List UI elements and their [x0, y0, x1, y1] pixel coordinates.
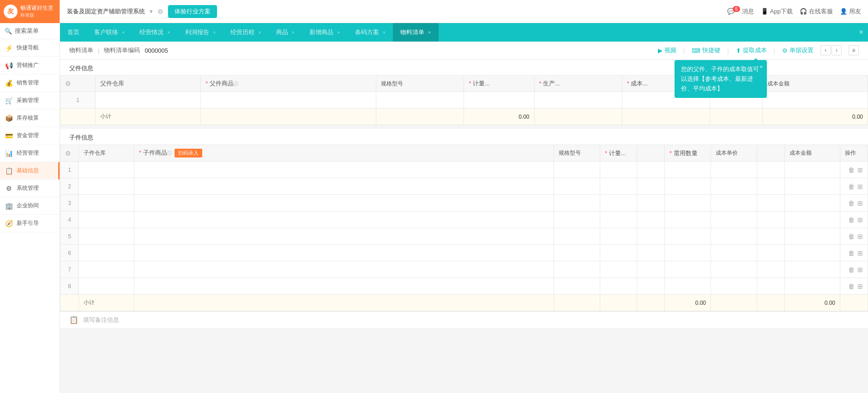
child-row-8-qty[interactable]	[665, 278, 711, 295]
footer-hint[interactable]: 填写备注信息	[83, 316, 119, 324]
tab-history[interactable]: 经营历程 ×	[223, 23, 268, 42]
child-row-5-product[interactable]	[134, 228, 554, 245]
child-row-3-spec[interactable]	[554, 195, 600, 212]
child-row-5-copy-icon[interactable]: ⊞	[857, 233, 863, 240]
child-settings-icon[interactable]: ⚙	[65, 150, 71, 157]
tab-profit[interactable]: 利润报告 ×	[178, 23, 223, 42]
sidebar-item-purchase[interactable]: 🛒 采购管理	[0, 92, 60, 109]
child-row-1-price[interactable]	[711, 162, 757, 178]
child-row-2-qty[interactable]	[665, 178, 711, 195]
parent-row-1-warehouse[interactable]	[96, 92, 201, 109]
message-btn[interactable]: 💬 6 消息	[727, 7, 754, 16]
scan-input-btn[interactable]: 扫码录入	[175, 149, 202, 157]
child-row-7-qty[interactable]	[665, 261, 711, 278]
child-row-3-copy-icon[interactable]: ⊞	[857, 200, 863, 207]
child-row-8-unit[interactable]	[600, 278, 637, 295]
child-row-1-copy-icon[interactable]: ⊞	[857, 166, 863, 174]
parent-settings-icon[interactable]: ⚙	[65, 80, 71, 87]
try-button[interactable]: 体验行业方案	[168, 5, 217, 18]
tab-more-icon[interactable]: ×	[859, 28, 863, 36]
app-download-btn[interactable]: 📱 App下载	[761, 7, 793, 16]
child-row-4-product[interactable]	[134, 212, 554, 228]
sidebar-item-sales[interactable]: 💰 销售管理	[0, 74, 60, 92]
child-row-7-warehouse[interactable]	[79, 261, 134, 278]
child-row-8-delete-icon[interactable]: 🗑	[848, 283, 855, 290]
tab-customer-close[interactable]: ×	[122, 30, 125, 35]
child-row-3-unit[interactable]	[600, 195, 637, 212]
child-row-5-price[interactable]	[711, 228, 757, 245]
sidebar-item-inventory[interactable]: 📦 库存核算	[0, 109, 60, 127]
child-row-5-unit[interactable]	[600, 228, 637, 245]
tab-operation[interactable]: 经营情况 ×	[132, 23, 177, 42]
sidebar-item-basic-info[interactable]: 📋 基础信息	[0, 162, 60, 180]
child-row-1-qty[interactable]	[665, 162, 711, 178]
child-row-5-delete-icon[interactable]: 🗑	[848, 233, 855, 240]
child-row-3-product[interactable]	[134, 195, 554, 212]
child-row-6-unit[interactable]	[600, 245, 637, 261]
child-row-7-price[interactable]	[711, 261, 757, 278]
view-toggle[interactable]: ≡	[849, 45, 859, 55]
child-row-2-spec[interactable]	[554, 178, 600, 195]
sidebar-item-operation-mgmt[interactable]: 📊 经营管理	[0, 145, 60, 162]
child-row-8-product[interactable]	[134, 278, 554, 295]
child-row-5-spec[interactable]	[554, 228, 600, 245]
tab-barcode[interactable]: 条码方案 ×	[348, 23, 393, 42]
child-row-7-unit[interactable]	[600, 261, 637, 278]
child-row-4-delete-icon[interactable]: 🗑	[848, 216, 855, 224]
parent-row-1-spec[interactable]	[376, 92, 464, 109]
child-row-1-spec[interactable]	[554, 162, 600, 178]
child-row-7-product[interactable]	[134, 261, 554, 278]
child-row-8-copy-icon[interactable]: ⊞	[857, 283, 863, 290]
child-row-3-warehouse[interactable]	[79, 195, 134, 212]
child-row-8-price[interactable]	[711, 278, 757, 295]
tab-goods[interactable]: 商品 ×	[269, 23, 302, 42]
child-row-1-delete-icon[interactable]: 🗑	[848, 166, 855, 174]
sidebar-item-marketing[interactable]: 📢 营销推广	[0, 57, 60, 74]
child-row-7-copy-icon[interactable]: ⊞	[857, 266, 863, 273]
tab-new-goods[interactable]: 新增商品 ×	[302, 23, 347, 42]
tab-profit-close[interactable]: ×	[213, 30, 216, 35]
child-row-2-price[interactable]	[711, 178, 757, 195]
child-row-6-delete-icon[interactable]: 🗑	[848, 249, 855, 257]
child-row-2-product[interactable]	[134, 178, 554, 195]
sidebar-search[interactable]: 🔍 搜索菜单	[0, 23, 60, 39]
single-settings-btn[interactable]: ⚙ 单据设置	[782, 46, 814, 54]
child-row-4-copy-icon[interactable]: ⊞	[857, 216, 863, 224]
tab-new-goods-close[interactable]: ×	[337, 30, 340, 35]
child-row-3-price[interactable]	[711, 195, 757, 212]
child-row-6-price[interactable]	[711, 245, 757, 261]
tab-bom[interactable]: 物料清单 ×	[393, 23, 438, 42]
prev-btn[interactable]: ‹	[820, 45, 831, 55]
user-menu[interactable]: 👤 用友	[840, 7, 861, 16]
sidebar-item-guide[interactable]: 🧭 新手引导	[0, 215, 60, 232]
child-row-6-copy-icon[interactable]: ⊞	[857, 249, 863, 257]
sidebar-item-quick-nav[interactable]: ⚡ 快捷导航	[0, 39, 60, 57]
child-row-3-qty[interactable]	[665, 195, 711, 212]
view-btn[interactable]: ▶ 视频	[658, 46, 676, 54]
child-row-1-product[interactable]	[134, 162, 554, 178]
tab-home[interactable]: 首页	[60, 23, 87, 42]
child-row-5-qty[interactable]	[665, 228, 711, 245]
tooltip-close-btn[interactable]: ×	[760, 62, 763, 72]
child-row-1-unit[interactable]	[600, 162, 637, 178]
child-row-2-unit[interactable]	[600, 178, 637, 195]
sidebar-item-finance[interactable]: 💳 资金管理	[0, 127, 60, 145]
child-row-7-delete-icon[interactable]: 🗑	[848, 266, 855, 273]
child-row-5-warehouse[interactable]	[79, 228, 134, 245]
child-row-4-warehouse[interactable]	[79, 212, 134, 228]
child-row-4-qty[interactable]	[665, 212, 711, 228]
tab-goods-close[interactable]: ×	[292, 30, 295, 35]
online-service-btn[interactable]: 🎧 在线客服	[800, 7, 833, 16]
tab-barcode-close[interactable]: ×	[383, 30, 386, 35]
tab-history-close[interactable]: ×	[258, 30, 261, 35]
parent-row-1-produce[interactable]	[534, 92, 622, 109]
child-row-2-copy-icon[interactable]: ⊞	[857, 183, 863, 190]
expand-icon[interactable]: ▾	[150, 8, 153, 15]
next-btn[interactable]: ›	[832, 45, 842, 55]
shortcut-btn[interactable]: ⌨ 快捷键	[692, 46, 720, 54]
extract-cost-btn[interactable]: ⬆ 提取成本 × 您的父件、子件的成本取值可以选择【参考成本、最新进价、平均成本…	[736, 46, 767, 54]
parent-row-1-product[interactable]	[201, 92, 376, 109]
child-row-2-delete-icon[interactable]: 🗑	[848, 183, 855, 190]
child-row-3-delete-icon[interactable]: 🗑	[848, 200, 855, 207]
child-row-4-spec[interactable]	[554, 212, 600, 228]
